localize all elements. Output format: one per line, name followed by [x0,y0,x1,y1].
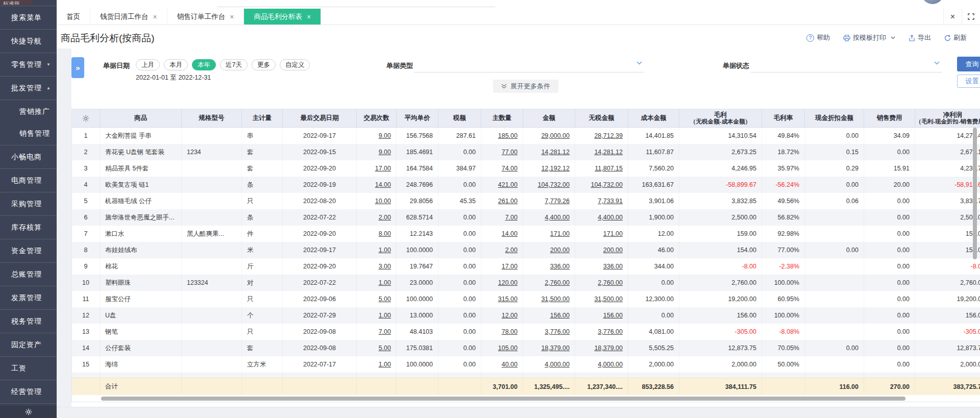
tab-close-icon[interactable]: × [307,13,311,20]
doc-type-select[interactable] [414,55,644,72]
cell-times[interactable]: 10.00 [357,193,397,209]
cell-qty[interactable]: 120.00 [481,275,523,291]
cell-amount[interactable]: 7,779.26 [523,193,575,209]
sidebar-item[interactable]: 电商管理 [0,169,57,191]
collapse-filter-button[interactable]: » [71,57,84,78]
cell-times[interactable]: 3.00 [357,258,397,275]
column-header-date[interactable]: 最后交易日期 [283,109,357,128]
column-header-times[interactable]: 交易次数 [357,109,397,128]
cell-amount[interactable]: 104,732.00 [523,177,575,193]
cell-notax[interactable]: 18,379.00 [575,340,628,356]
cell-amount[interactable]: 336.00 [523,258,575,275]
cell-notax[interactable]: 156.00 [575,307,628,324]
column-header-qty[interactable]: 主数量 [481,109,523,128]
column-header-expense[interactable]: 销售费用 [864,109,915,128]
cell-amount[interactable]: 200.00 [523,242,575,258]
cell-qty[interactable]: 105.00 [481,340,523,356]
cell-amount[interactable]: 156.00 [523,307,575,324]
expand-more-button[interactable]: 展开更多条件 [493,80,558,93]
vertical-scrollbar-thumb[interactable] [973,128,977,259]
sidebar-item[interactable]: 发票管理 [0,287,57,309]
help-button[interactable]: ? 帮助 [806,33,830,42]
column-header-spec[interactable]: 规格型号 [182,109,242,128]
cell-qty[interactable]: 74.00 [481,160,523,177]
cell-times[interactable]: 17.00 [357,160,397,177]
cell-qty[interactable]: 2.00 [481,242,523,258]
cell-qty[interactable]: 315.00 [481,291,523,307]
horizontal-scrollbar-thumb[interactable] [101,397,905,401]
cell-qty[interactable]: 17.00 [481,258,523,275]
cell-qty[interactable]: 261.00 [481,193,523,209]
avatar[interactable] [921,0,944,4]
cell-times[interactable]: 1.00 [357,242,397,258]
column-header-amount[interactable]: 金额 [523,109,575,128]
column-header-product[interactable]: 商品 [100,109,182,128]
tab-close-icon[interactable]: × [230,13,234,20]
cell-amount[interactable]: 14,281.12 [523,144,575,160]
sidebar-item[interactable]: 资金管理 [0,240,57,262]
cell-amount[interactable]: 12,192.12 [523,160,575,177]
column-header-rate[interactable]: 毛利率 [762,109,805,128]
sidebar-item[interactable]: 采购管理 [0,193,57,215]
print-by-template-button[interactable]: 按模板打印 [843,33,895,42]
cell-amount[interactable]: 18,379.00 [523,340,575,356]
cell-times[interactable]: 9.00 [357,144,397,160]
cell-notax[interactable]: 14,281.12 [575,144,628,160]
sidebar-item[interactable]: 营销推广 [0,101,57,122]
cell-amount[interactable]: 31,500.00 [523,291,575,307]
tab-close-icon[interactable]: × [153,13,157,20]
column-header-net[interactable]: 净利润（毛利-现金折扣-销售费用） [915,109,980,128]
cell-times[interactable]: 14.00 [357,177,397,193]
cell-qty[interactable]: 185.00 [481,128,523,144]
cell-times[interactable]: 1.00 [357,356,397,373]
column-header-unit[interactable]: 主计量 [242,109,283,128]
sidebar-item[interactable]: 零售管理▼ [0,54,57,76]
sidebar-item[interactable]: 库存核算 [0,216,57,238]
column-header-profit[interactable]: 毛利（无税金额-成本金额） [679,109,762,128]
date-preset-近7天[interactable]: 近7天 [220,59,248,70]
cell-notax[interactable]: 200.00 [575,242,628,258]
column-settings-cell[interactable] [72,109,100,128]
chevron-down-icon[interactable] [891,36,895,39]
cell-times[interactable]: 9.00 [357,128,397,144]
cell-notax[interactable]: 4,000.00 [575,356,628,373]
export-button[interactable]: 导出 [909,33,931,42]
sidebar-item[interactable]: 快捷导航 [0,30,57,52]
cell-amount[interactable]: 4,000.00 [523,356,575,373]
doc-status-select[interactable] [751,55,942,72]
date-preset-自定义[interactable]: 自定义 [280,59,310,70]
sidebar-item[interactable]: 固定资产 [0,334,57,356]
sidebar-settings-button[interactable] [0,406,57,418]
cell-amount[interactable]: 2,760.00 [523,275,575,291]
sidebar-item[interactable]: 销售管理 [0,122,57,144]
column-header-avg_price[interactable]: 平均单价 [397,109,438,128]
date-preset-本月[interactable]: 本月 [164,59,188,70]
date-preset-更多[interactable]: 更多 [252,59,276,70]
cell-qty[interactable]: 12.00 [481,307,523,324]
cell-qty[interactable]: 77.00 [481,144,523,160]
cell-notax[interactable]: 4,400.00 [575,209,628,226]
column-header-discount[interactable]: 现金折扣金额 [805,109,864,128]
cell-times[interactable]: 5.00 [357,291,397,307]
tab-销售订单工作台[interactable]: 销售订单工作台× [167,9,244,24]
cell-notax[interactable]: 31,500.00 [575,291,628,307]
cell-times[interactable]: 2.00 [357,209,397,226]
cell-notax[interactable]: 2,760.00 [575,275,628,291]
column-header-cost[interactable]: 成本金额 [628,109,679,128]
cell-amount[interactable]: 3,776.00 [523,324,575,340]
cell-amount[interactable]: 29,000.00 [523,128,575,144]
cell-amount[interactable]: 4,400.00 [523,209,575,226]
cell-notax[interactable]: 171.00 [575,226,628,242]
fullscreen-icon[interactable] [962,9,980,24]
sidebar-item[interactable]: 总账管理 [0,263,57,285]
query-button[interactable]: 查询 [957,57,980,71]
sidebar-item[interactable]: 小畅电商 [0,146,57,168]
column-header-notax[interactable]: 无税金额 [575,109,628,128]
cell-times[interactable]: 5.00 [357,340,397,356]
cell-qty[interactable]: 14.00 [481,226,523,242]
sidebar-item[interactable]: 批发管理▲ [0,77,57,99]
column-header-tax[interactable]: 税额 [438,109,481,128]
cell-notax[interactable]: 11,807.15 [575,160,628,177]
date-preset-上月[interactable]: 上月 [136,59,160,70]
date-preset-本年[interactable]: 本年 [192,59,216,70]
